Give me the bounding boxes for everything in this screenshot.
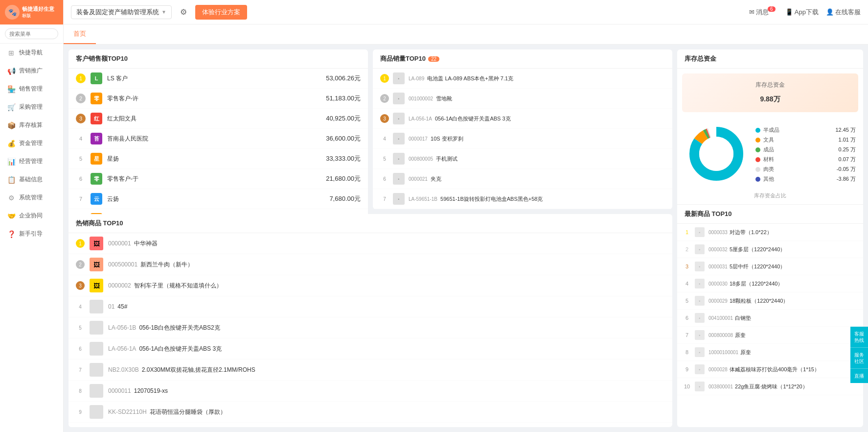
product-item[interactable]: 7 ▪ LA-59651-1B 59651-1B旋转投影灯电池盒ABS黑色+58… <box>373 189 672 209</box>
hot-product-rank: 5 <box>76 323 85 332</box>
app-download-button[interactable]: 📱 App下载 <box>785 8 819 17</box>
product-item[interactable]: 6 ▪ 0000021 夹克 <box>373 169 672 189</box>
sidebar-item-label: 系统管理 <box>19 193 43 202</box>
sidebar-item-purchase[interactable]: 🛒 采购管理 <box>0 98 63 116</box>
product-item[interactable]: 5 ▪ 000800005 手机测试 <box>373 149 672 169</box>
latest-product-item[interactable]: 4 ▪ 000003018多层（1220*2440） <box>677 275 863 292</box>
hot-product-thumb: 🖼 <box>90 237 103 250</box>
sales-ranking-header: 客户销售额TOP10 <box>69 49 368 69</box>
product-info: LA-089 电池盖 LA-089 ABS本色+黑种 7.1克 <box>409 75 665 82</box>
settings-button[interactable]: ⚙ <box>177 5 190 19</box>
live-button[interactable]: 直播 <box>850 369 868 383</box>
hot-product-thumb <box>90 363 103 377</box>
sidebar-item-guide[interactable]: ❓ 新手引导 <box>0 225 63 243</box>
online-service-label: 在线客服 <box>835 8 861 17</box>
ranking-name: LS 客户 <box>107 74 321 83</box>
latest-product-item[interactable]: 5 ▪ 000002918颗粒板（1220*2440） <box>677 292 863 310</box>
operation-icon: 📊 <box>7 158 15 166</box>
product-item[interactable]: 4 ▪ 0000017 10S 变积罗刹 <box>373 129 672 149</box>
sidebar-item-label: 营销推广 <box>19 67 43 75</box>
hot-product-item[interactable]: 3 🖼 0000002智利车子里（规格不知道填什么） <box>69 275 672 296</box>
latest-product-item[interactable]: 2 ▪ 00000325厘多层（1220*2440） <box>677 241 863 258</box>
sidebar-item-basic[interactable]: 📋 基础信息 <box>0 170 63 189</box>
sidebar-item-marketing[interactable]: 📢 营销推广 <box>0 62 63 80</box>
product-item[interactable]: 1 ▪ LA-089 电池盖 LA-089 ABS本色+黑种 7.1克 <box>373 69 672 89</box>
ranking-avatar: 星 <box>91 153 102 165</box>
legend-dot <box>755 167 760 172</box>
sidebar-item-finance[interactable]: 💰 资金管理 <box>0 134 63 152</box>
product-ranking-badge: 22 <box>428 56 439 62</box>
product-item[interactable]: 3 ▪ LA-056-1A 056-1A白色按键开关盖ABS 3克 <box>373 109 672 129</box>
message-button[interactable]: ✉ 消息 6 <box>749 8 778 17</box>
ranking-item[interactable]: 3 红 红太阳文具 40,925.00元 <box>69 109 368 129</box>
sidebar-item-quick-nav[interactable]: ⊞ 快捷导航 <box>0 44 63 62</box>
latest-img: ▪ <box>695 347 705 357</box>
legend-dot <box>755 147 760 152</box>
hot-product-rank: 8 <box>76 386 85 395</box>
latest-info: 004100001白钢垫 <box>708 314 857 322</box>
latest-product-item[interactable]: 7 ▪ 000800008原奎 <box>677 327 863 344</box>
tab-home[interactable]: 首页 <box>64 24 96 44</box>
hot-product-rank: 1 <box>76 239 85 248</box>
ranking-item[interactable]: 2 零 零售客户-许 51,183.00元 <box>69 89 368 109</box>
product-code: 000800005 <box>409 156 433 162</box>
message-label: 消息 <box>756 8 769 17</box>
product-code: LA-056-1A <box>409 116 432 121</box>
search-input[interactable] <box>5 28 58 39</box>
legend-name: 其他 <box>763 175 834 183</box>
service-community-button[interactable]: 服务社区 <box>850 348 868 369</box>
sidebar-item-sales[interactable]: 🏪 销售管理 <box>0 80 63 98</box>
hot-product-item[interactable]: 7 NB2.0X30B2.0X30MM双搓花轴,搓花直径2.1MM/ROHS <box>69 360 672 381</box>
sidebar-item-label: 快捷导航 <box>19 48 43 57</box>
product-img: ▪ <box>393 173 405 185</box>
latest-img: ▪ <box>695 262 705 271</box>
ranking-item[interactable]: 6 零 零售客户-于 21,680.00元 <box>69 169 368 189</box>
sidebar-item-label: 新手引导 <box>19 230 43 238</box>
ranking-amount: 40,925.00元 <box>326 114 361 123</box>
latest-product-item[interactable]: 8 ▪ 10000100001原奎 <box>677 344 863 361</box>
hot-product-item[interactable]: 9 KK-SD22110H花语萌恒温分腿睡袋（厚款） <box>69 402 672 423</box>
latest-product-item[interactable]: 3 ▪ 00000315层中纤（1220*2440） <box>677 258 863 275</box>
app-download-label: App下载 <box>795 8 819 17</box>
product-ranking-header: 商品销量TOP10 22 <box>373 49 672 69</box>
latest-rank: 3 <box>683 264 691 269</box>
hot-product-item[interactable]: 1 🖼 0000001中华神器 <box>69 233 672 254</box>
hot-product-item[interactable]: 5 LA-056-1B056-1B白色按键开关壳ABS2克 <box>69 317 672 338</box>
latest-rank: 5 <box>683 298 691 304</box>
legend-value: 1.01 万 <box>839 136 856 144</box>
ranking-item[interactable]: 4 苔 苔南县人民医院 36,600.00元 <box>69 129 368 149</box>
sidebar-item-operation[interactable]: 📊 经营管理 <box>0 152 63 170</box>
customer-service-button[interactable]: 客服热线 <box>850 327 868 348</box>
product-rank: 7 <box>380 194 389 203</box>
latest-product-item[interactable]: 6 ▪ 004100001白钢垫 <box>677 310 863 327</box>
sidebar-item-system[interactable]: ⚙ 系统管理 <box>0 189 63 207</box>
hot-product-item[interactable]: 6 LA-056-1A056-1A白色按键开关盖ABS 3克 <box>69 338 672 360</box>
legend-value: -0.05 万 <box>837 166 856 173</box>
logo-icon: 🐾 <box>5 5 20 20</box>
ranking-item[interactable]: 1 L LS 客户 53,006.26元 <box>69 69 368 89</box>
latest-product-item[interactable]: 10 ▪ 00380000122g鱼豆腐·烧烤味（1*12*20） <box>677 378 863 395</box>
hot-product-item[interactable]: 8 000001112070519-xs <box>69 381 672 402</box>
online-service-button[interactable]: 👤 在线客服 <box>826 8 861 17</box>
hot-product-item[interactable]: 2 🖼 000500001新西兰牛肉（新牛） <box>69 254 672 275</box>
hot-products-card: 热销商品 TOP10 1 🖼 0000001中华神器 2 🖼 000500001… <box>69 214 672 427</box>
product-item[interactable]: 2 ▪ 001000002 雪地靴 <box>373 89 672 109</box>
ranking-name: 云扬 <box>107 195 324 203</box>
ranking-item[interactable]: 5 星 星扬 33,333.00元 <box>69 149 368 169</box>
hot-product-rank: 7 <box>76 365 85 374</box>
sidebar-item-cooperation[interactable]: 🤝 企业协同 <box>0 207 63 225</box>
inventory-total: 库存总资金 9.88万 <box>682 73 858 112</box>
latest-img: ▪ <box>695 296 705 306</box>
sidebar-item-inventory[interactable]: 📦 库存核算 <box>0 116 63 134</box>
latest-product-item[interactable]: 9 ▪ 0000028体臧荔核味苏打饮品400毫升（1*15） <box>677 361 863 378</box>
cooperation-icon: 🤝 <box>7 212 15 220</box>
ranking-item[interactable]: 7 云 云扬 7,680.00元 <box>69 189 368 209</box>
latest-product-item[interactable]: 1 ▪ 0000033对边带（1.0*22） <box>677 224 863 241</box>
hot-product-item[interactable]: 4 0145# <box>69 296 672 317</box>
topbar-right: ✉ 消息 6 📱 App下载 👤 在线客服 <box>749 8 861 17</box>
inventory-header: 库存总资金 <box>677 49 863 69</box>
product-code: LA-59651-1B <box>409 196 437 202</box>
system-select[interactable]: 装备及固定资产辅助管理系统 ▼ <box>71 5 172 19</box>
trial-button[interactable]: 体验行业方案 <box>195 5 247 20</box>
ranking-amount: 53,006.26元 <box>326 74 361 83</box>
